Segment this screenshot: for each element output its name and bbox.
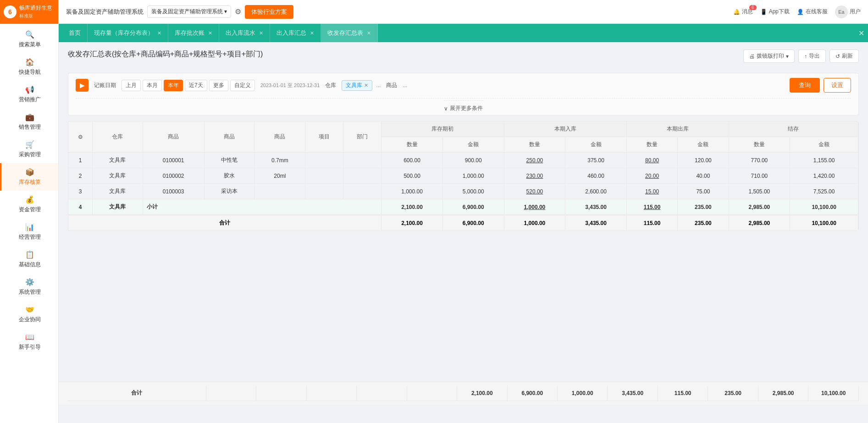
row-no: 1 (68, 153, 93, 168)
subtotal-warehouse: 文具库 (93, 199, 143, 215)
row-project (305, 184, 343, 199)
opening-amt-header: 金额 (442, 137, 504, 153)
finance-icon: 💰 (25, 195, 34, 204)
date-btn-上月[interactable]: 上月 (122, 80, 141, 91)
date-label: 记账日期 (94, 82, 116, 89)
footer-balance-amt: 10,100.00 (808, 385, 859, 401)
warehouse-tag-close[interactable]: ✕ (364, 82, 368, 88)
footer-in-amt: 3,435.00 (608, 385, 658, 401)
total-opening-amt: 6,900.00 (442, 215, 504, 231)
sidebar-item-label: 经营管理 (19, 233, 41, 241)
total-out-amt: 235.00 (678, 215, 729, 231)
query-button[interactable]: 查询 (790, 78, 820, 93)
tab-flow[interactable]: 出入库流水✕ (219, 24, 270, 42)
basic-icon: 📋 (25, 250, 34, 259)
bell-icon: 🔔 (733, 9, 740, 15)
tab-stock-dist[interactable]: 现存量（库存分布表）✕ (88, 24, 168, 42)
tab-close-collect-summary[interactable]: ✕ (367, 30, 371, 36)
app-download-btn[interactable]: 📱 App下载 (760, 8, 790, 16)
export-icon: ↑ (804, 53, 807, 60)
footer-opening-qty: 2,100.00 (457, 385, 507, 401)
row-warehouse: 文具库 (93, 184, 143, 199)
row-no: 3 (68, 184, 93, 199)
date-btn-本月[interactable]: 本月 (143, 80, 162, 91)
settings-col-header[interactable]: ⚙ (68, 121, 93, 153)
row-out-qty[interactable]: 15.00 (626, 184, 677, 199)
warehouse-tag[interactable]: 文具库 ✕ (342, 80, 372, 91)
avatar: Ea (835, 5, 848, 18)
sidebar-item-label: 库存核算 (19, 178, 41, 186)
trial-button[interactable]: 体验行业方案 (245, 5, 293, 19)
row-in-qty[interactable]: 250.00 (504, 153, 565, 168)
row-in-qty[interactable]: 230.00 (504, 168, 565, 184)
footer-out-amt: 235.00 (708, 385, 758, 401)
system-selector[interactable]: 装备及固定资产辅助管理系统 ▾ (147, 5, 231, 18)
messages-badge: 6 (749, 5, 757, 10)
in-amt-header: 金额 (565, 137, 627, 153)
sidebar-item-purchase[interactable]: 🛒采购管理 (0, 136, 58, 163)
subtotal-out-qty[interactable]: 115.00 (626, 199, 677, 215)
expand-more-btn[interactable]: ∨ 展开更多条件 (444, 100, 483, 112)
row-project (305, 168, 343, 184)
tab-label: 库存批次账 (175, 29, 205, 37)
sidebar-item-quick-nav[interactable]: 🏠快捷导航 (0, 53, 58, 81)
row-opening-qty: 600.00 (381, 153, 443, 168)
balance-group-header: 结存 (729, 121, 858, 137)
row-balance-amt: 1,155.00 (790, 153, 858, 168)
subtotal-in-qty[interactable]: 1,000.00 (504, 199, 565, 215)
sidebar-item-finance[interactable]: 💰资金管理 (0, 191, 58, 218)
export-button[interactable]: ↑ 导出 (798, 49, 826, 63)
refresh-button[interactable]: ↺ 刷新 (829, 49, 859, 63)
row-out-qty[interactable]: 80.00 (626, 153, 677, 168)
footer-bar: 合计 2,100.00 6,900.00 1,000.00 3,435.00 1… (59, 381, 868, 405)
row-in-amt: 460.00 (565, 168, 627, 184)
date-btn-本年[interactable]: 本年 (164, 80, 183, 91)
date-btn-近7天[interactable]: 近7天 (185, 80, 207, 91)
opening-group-header: 库存期初 (381, 121, 504, 137)
column-setting-button[interactable]: 设置 (824, 78, 851, 93)
sidebar-item-marketing[interactable]: 📢营销推广 (0, 81, 58, 108)
row-out-qty[interactable]: 20.00 (626, 168, 677, 184)
sidebar-item-newbie[interactable]: 📖新手引导 (0, 328, 58, 356)
goods-more[interactable]: ... (403, 82, 407, 88)
sidebar-item-stock[interactable]: 📦库存核算 (0, 163, 58, 191)
table-row: 1 文具库 0100001 中性笔 0.7mm 600.00 900.00 25… (68, 153, 858, 168)
table-row: 2 文具库 0100002 胶水 20ml 500.00 1,000.00 23… (68, 168, 858, 184)
sidebar-item-label: 快捷导航 (19, 68, 41, 76)
row-in-qty[interactable]: 520.00 (504, 184, 565, 199)
settings-icon[interactable]: ⚙ (235, 7, 241, 16)
table-header-group: ⚙ 仓库 商品 商品 商品 项目 部门 库存期初 本期入库 本期出库 结存 (68, 121, 858, 137)
sidebar-item-operations[interactable]: 📊经营管理 (0, 218, 58, 246)
sidebar-item-sales[interactable]: 💼销售管理 (0, 108, 58, 136)
sidebar-item-collab[interactable]: 🤝企业协同 (0, 301, 58, 328)
date-btn-自定义[interactable]: 自定义 (230, 80, 255, 91)
tab-label: 首页 (69, 29, 81, 37)
sidebar-item-basic[interactable]: 📋基础信息 (0, 246, 58, 273)
print-button[interactable]: 🖨 拨镜版打印 ▾ (743, 49, 795, 63)
user-btn[interactable]: Ea 用户 (835, 5, 861, 18)
sidebar-item-label: 采购管理 (19, 151, 41, 159)
content-area: 首页现存量（库存分布表）✕库存批次账✕出入库流水✕出入库汇总✕收发存汇总表✕✕ … (59, 24, 868, 405)
tab-home[interactable]: 首页 (62, 24, 88, 42)
sidebar-item-system[interactable]: ⚙️系统管理 (0, 273, 58, 301)
sidebar-item-search[interactable]: 🔍搜索菜单 (0, 26, 58, 53)
total-in-qty: 1,000.00 (504, 215, 565, 231)
tab-close-flow[interactable]: ✕ (259, 30, 263, 36)
tab-summary[interactable]: 出入库汇总✕ (270, 24, 321, 42)
filter-toggle-btn[interactable]: ▶ (76, 79, 88, 92)
date-btn-更多[interactable]: 更多 (209, 80, 228, 91)
warehouse-more[interactable]: ... (376, 82, 381, 88)
messages-btn[interactable]: 🔔 消息 6 (733, 8, 753, 16)
row-balance-qty: 710.00 (729, 168, 790, 184)
tab-close-batch[interactable]: ✕ (208, 30, 212, 36)
online-support-btn[interactable]: 👤 在线客服 (797, 8, 828, 16)
row-code: 0100003 (143, 184, 204, 199)
tab-close-stock-dist[interactable]: ✕ (157, 30, 161, 36)
tab-batch[interactable]: 库存批次账✕ (168, 24, 219, 42)
sidebar-item-label: 系统管理 (19, 288, 41, 296)
tab-collect-summary[interactable]: 收发存汇总表✕ (321, 24, 378, 42)
app-edition: 标准版 (19, 13, 52, 19)
close-all-tabs-btn[interactable]: ✕ (858, 29, 864, 38)
tab-close-summary[interactable]: ✕ (310, 30, 314, 36)
opening-qty-header: 数量 (381, 137, 443, 153)
